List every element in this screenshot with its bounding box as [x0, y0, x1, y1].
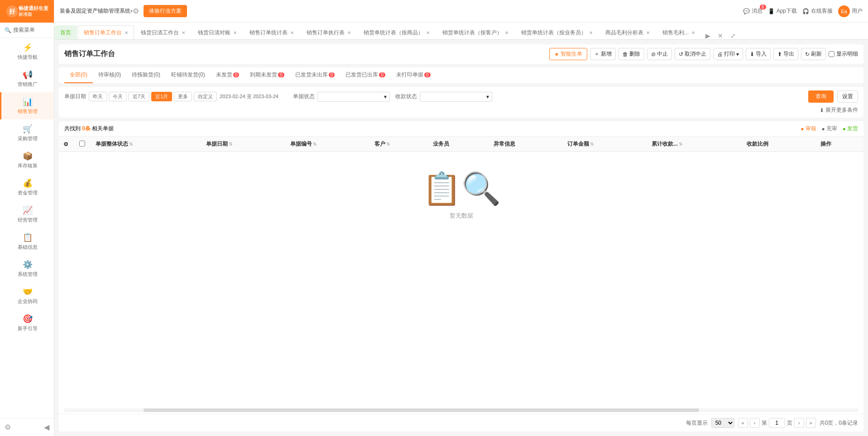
tab-home[interactable]: 首页 — [54, 25, 77, 40]
yesterday-btn[interactable]: 昨天 — [89, 92, 107, 101]
last-page-btn[interactable]: » — [806, 418, 816, 428]
footer-collapse-icon[interactable]: ◀ — [44, 423, 49, 431]
tab-close-all-btn[interactable]: ✕ — [714, 32, 727, 39]
filter-settings-btn[interactable]: 设置 — [837, 90, 858, 103]
first-page-btn[interactable]: « — [738, 418, 748, 428]
export-btn[interactable]: ⬆ 导出 — [773, 48, 798, 60]
tab-cash-reconcile[interactable]: 钱货日清对账 ✕ — [192, 25, 243, 40]
smart-btn[interactable]: ★ 智能生单 — [549, 48, 587, 60]
custom-date-btn[interactable]: 自定义 — [194, 92, 217, 101]
page-suffix: 页 — [787, 419, 792, 427]
last7-btn[interactable]: 近7天 — [129, 92, 149, 101]
last-month-btn[interactable]: 近1月 — [151, 92, 172, 101]
sub-tab-pending-inspect[interactable]: 待拣验货(0) — [126, 67, 166, 83]
per-page-label: 每页显示 — [686, 419, 708, 427]
tab-sales-goods[interactable]: 销货单统计表（按商品） ✕ — [358, 25, 436, 40]
tab-more-btn[interactable]: ▶ — [702, 32, 714, 39]
tab-cash-daily[interactable]: 钱货日清工作台 ✕ — [135, 25, 191, 40]
sort-icon: ⇅ — [229, 142, 232, 147]
sidebar-item-finance[interactable]: 💰 资金管理 — [0, 174, 54, 201]
search-menu[interactable]: 🔍 搜索菜单 — [0, 23, 54, 38]
print-btn[interactable]: 🖨 打印 ▾ — [713, 48, 743, 60]
enterprise-icon: 🤝 — [23, 287, 33, 297]
refresh-btn[interactable]: ↻ 刷新 — [801, 48, 826, 60]
user-item[interactable]: Ea 用户 — [838, 5, 863, 17]
sidebar-item-system[interactable]: ⚙️ 系统管理 — [0, 255, 54, 282]
sidebar-item-inventory[interactable]: 📦 库存核算 — [0, 147, 54, 174]
tab-close-icon[interactable]: ✕ — [646, 30, 650, 35]
tab-label: 销售毛利... — [662, 29, 689, 37]
tab-profit-analysis[interactable]: 商品毛利分析表 ✕ — [599, 25, 656, 40]
add-icon: ＋ — [594, 50, 599, 58]
add-btn[interactable]: ＋ 新增 — [590, 48, 616, 60]
query-btn[interactable]: 查询 — [808, 90, 834, 103]
tab-expand-btn[interactable]: ⤢ — [727, 32, 739, 39]
import-btn[interactable]: ⬇ 导入 — [746, 48, 771, 60]
scrollbar-area[interactable] — [64, 408, 858, 412]
sub-tab-shipped-not-out[interactable]: 已发货未出库0 — [290, 67, 340, 83]
sub-tab-overdue-ship[interactable]: 到期未发货0 — [245, 67, 290, 83]
tab-sales-exec[interactable]: 销售订单执行表 ✕ — [301, 25, 357, 40]
not-shipped-badge: 0 — [233, 72, 240, 77]
tab-close-icon[interactable]: ✕ — [233, 30, 237, 35]
tab-sales-customer[interactable]: 销货单统计表（按客户） ✕ — [436, 25, 514, 40]
tab-close-icon[interactable]: ✕ — [125, 30, 128, 35]
sidebar-item-quick-nav[interactable]: ⚡ 快捷导航 — [0, 38, 54, 65]
tab-close-icon[interactable]: ✕ — [290, 30, 294, 35]
experience-btn[interactable]: 体验行业方案 — [144, 5, 187, 17]
sub-tab-wangpu[interactable]: 旺铺待发货(0) — [166, 67, 211, 83]
sidebar-footer: ⚙ ◀ — [0, 418, 54, 436]
more-date-btn[interactable]: 更多 — [174, 92, 192, 101]
sidebar-item-purchase[interactable]: 🛒 采购管理 — [0, 119, 54, 147]
sub-tab-not-printed[interactable]: 未打印单据0 — [391, 67, 436, 83]
payment-select[interactable]: ▾ — [420, 92, 492, 102]
status-select[interactable]: ▾ — [317, 92, 390, 102]
tab-sales-staff[interactable]: 销货单统计表（按业务员） ✕ — [515, 25, 599, 40]
th-action: 操作 — [816, 137, 863, 152]
sub-tab-all[interactable]: 全部(0) — [64, 67, 93, 83]
scrollbar-thumb[interactable] — [144, 408, 699, 412]
today-btn[interactable]: 今天 — [109, 92, 127, 101]
sidebar-item-operations[interactable]: 📈 经营管理 — [0, 201, 54, 228]
sidebar-item-sales[interactable]: 📊 销售管理 — [0, 92, 54, 119]
tab-close-icon[interactable]: ✕ — [426, 30, 430, 35]
next-page-btn[interactable]: › — [794, 418, 804, 428]
tab-close-icon[interactable]: ✕ — [182, 30, 185, 35]
batch-cancel-btn[interactable]: ● 充审 — [822, 125, 837, 133]
page-input[interactable] — [769, 418, 785, 428]
tab-close-icon[interactable]: ✕ — [347, 30, 351, 35]
batch-ship-btn[interactable]: ● 发货 — [843, 125, 858, 133]
tab-close-icon[interactable]: ✕ — [589, 30, 593, 35]
sidebar-item-enterprise[interactable]: 🤝 企业协同 — [0, 282, 54, 309]
tab-sales-workbench[interactable]: 销售订单工作台 ✕ — [78, 25, 134, 40]
batch-audit-btn[interactable]: ● 审核 — [801, 125, 816, 133]
app-logo: 好 畅捷通好生意 标准版 — [0, 0, 54, 23]
footer-settings-icon[interactable]: ⚙ — [5, 423, 11, 431]
delete-btn[interactable]: 🗑 删除 — [619, 48, 644, 60]
tab-sales-stats[interactable]: 销售订单统计表 ✕ — [244, 25, 300, 40]
expand-btn[interactable]: ⬇ 展开更多条件 — [820, 106, 858, 114]
show-detail-checkbox[interactable] — [829, 51, 834, 57]
sidebar-item-base-info[interactable]: 📋 基础信息 — [0, 228, 54, 255]
stop-btn[interactable]: ⊘ 中止 — [647, 48, 672, 60]
sidebar-item-guide[interactable]: 🎯 新手引导 — [0, 309, 54, 336]
tab-sales-profit[interactable]: 销售毛利... ✕ — [657, 25, 701, 40]
sidebar-item-marketing[interactable]: 📢 营销推广 — [0, 65, 54, 92]
sub-tab-not-shipped[interactable]: 未发货0 — [211, 67, 245, 83]
app-download-icon: 📱 — [768, 8, 775, 14]
settings-icon[interactable]: ⚙ — [133, 7, 139, 15]
prev-page-btn[interactable]: ‹ — [750, 418, 760, 428]
svg-text:好: 好 — [9, 8, 16, 15]
tab-close-icon[interactable]: ✕ — [691, 30, 695, 35]
overdue-ship-badge: 0 — [278, 72, 284, 77]
sub-tab-pending-audit[interactable]: 待审核(0) — [93, 67, 127, 83]
sub-tab-shipped-out[interactable]: 已发货已出库0 — [340, 67, 391, 83]
per-page-select[interactable]: 50 10 20 100 — [711, 418, 734, 428]
message-item[interactable]: 💬 消息 6 — [743, 7, 762, 15]
cancel-stop-btn[interactable]: ↺ 取消中止 — [675, 48, 710, 60]
select-all-checkbox[interactable] — [79, 141, 85, 147]
app-download-item[interactable]: 📱 App下载 — [768, 7, 797, 15]
empty-state: 📋🔍 暂无数据 — [59, 152, 863, 238]
online-service-item[interactable]: 🎧 在线客服 — [802, 7, 833, 15]
tab-close-icon[interactable]: ✕ — [505, 30, 508, 35]
